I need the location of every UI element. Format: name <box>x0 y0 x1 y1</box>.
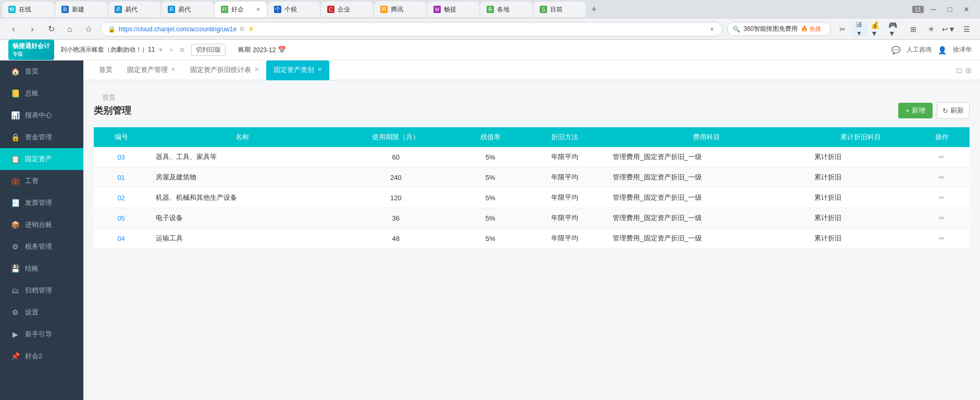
grid-icon[interactable]: ⊞ <box>906 22 921 37</box>
search-bar[interactable]: 🔍 360智能抠图免费用 🔥 热搜 <box>727 22 831 36</box>
browser-tab-enterprise[interactable]: C 企业 <box>321 2 373 17</box>
new-tab-button[interactable]: + <box>587 2 601 17</box>
sidebar-item-ledger[interactable]: 📒 总账 <box>0 82 83 104</box>
tab-label-changt: 畅提 <box>444 5 456 14</box>
sidebar-item-fixed-assets[interactable]: 📋 固定资产 <box>0 148 83 170</box>
sidebar-item-closing[interactable]: 💾 结账 <box>0 258 83 280</box>
window-close-btn[interactable]: ✕ <box>959 2 974 17</box>
tab-icon-yi2: 易 <box>168 6 175 13</box>
bookmark-button[interactable]: ☆ <box>81 22 96 37</box>
tab-count-badge: 11 <box>912 6 924 13</box>
tab-icon-zaixin: 畅 <box>8 6 16 13</box>
browser-tab-changt[interactable]: M 畅提 <box>427 2 479 17</box>
browser-tab-muqian[interactable]: S 目前 <box>534 2 586 17</box>
window-maximize-btn[interactable]: □ <box>942 2 957 17</box>
page-expand-icon[interactable]: ⊞ <box>965 66 972 75</box>
sidebar-item-tax[interactable]: ⚙ 税务管理 <box>0 236 83 258</box>
period-selector[interactable]: 账期 2023-12 📅 <box>238 45 286 54</box>
edit-icon[interactable]: ✏ <box>939 234 945 243</box>
tab-category[interactable]: 固定资产类别 ✕ <box>266 60 329 80</box>
cell-residual: 5% <box>456 228 525 249</box>
search-hint-text: 360智能抠图免费用 <box>743 25 798 33</box>
sidebar-item-good2[interactable]: 📌 好会2 <box>0 345 83 367</box>
period-label: 账期 <box>238 45 251 54</box>
reload-button[interactable]: ↻ <box>44 22 58 37</box>
sidebar-label-fixed-assets: 固定资产 <box>25 154 52 164</box>
back-button[interactable]: ‹ <box>6 22 21 37</box>
sidebar-label-tax: 税务管理 <box>25 242 52 251</box>
cell-action: ✏ <box>915 188 970 208</box>
url-dropdown-icon[interactable]: ▼ <box>709 26 715 32</box>
content-area: 首页 固定资产管理 ✕ 固定资产折旧统计表 ✕ 固定资产类别 ✕ ⊡ ⊞ <box>83 60 980 400</box>
consult-label[interactable]: 人工咨询 <box>907 45 932 54</box>
sidebar-item-salary[interactable]: 💼 工资 <box>0 170 83 192</box>
page-title-bar: 类别管理 + 新增 ↻ 刷新 <box>94 102 970 119</box>
add-button[interactable]: + 新增 <box>898 103 933 118</box>
browser-tab-tencent[interactable]: 腾 腾讯 <box>374 2 426 17</box>
edit-icon[interactable]: ✏ <box>939 173 945 181</box>
tab-home[interactable]: 首页 <box>92 60 120 80</box>
page-restore-icon[interactable]: ⊡ <box>956 66 962 75</box>
sidebar-item-guide[interactable]: ▶ 新手引导 <box>0 323 83 345</box>
tab-home-label: 首页 <box>99 65 113 75</box>
forward-button[interactable]: › <box>25 22 40 37</box>
page-tabs: 首页 固定资产管理 ✕ 固定资产折旧统计表 ✕ 固定资产类别 ✕ ⊡ ⊞ <box>83 60 980 80</box>
refresh-button[interactable]: ↻ 刷新 <box>937 102 970 119</box>
brightness-icon[interactable]: ☀ <box>924 22 938 37</box>
settings-gear-icon[interactable]: ⚙ <box>179 46 185 54</box>
tab-close-active[interactable]: ✕ <box>256 6 260 13</box>
sidebar-item-home[interactable]: 🏠 首页 <box>0 60 83 82</box>
switch-to-old-btn[interactable]: 切到旧版 <box>191 44 226 56</box>
tab-fixed-mgr[interactable]: 固定资产管理 ✕ <box>120 60 183 80</box>
menu-icon[interactable]: ☰ <box>959 22 974 37</box>
browser-tab-yi2[interactable]: 易 易代 <box>162 2 214 17</box>
cell-expense: 管理费用_固定资产折旧_一级 <box>605 228 807 249</box>
sidebar-item-settings[interactable]: ⚙ 设置 <box>0 301 83 323</box>
cut-icon[interactable]: ✂ <box>835 22 850 37</box>
company-dropdown-icon: ▼ <box>158 47 163 53</box>
add-company-btn[interactable]: + <box>169 46 173 54</box>
tab-icon-changt: M <box>433 6 441 13</box>
browser-tab-gedi[interactable]: 各 各地 <box>480 2 532 17</box>
company-selector[interactable]: 刘小艳演示账套（勿删勿动！）11 ▼ <box>60 45 163 54</box>
breadcrumb-home-link[interactable]: 首页 <box>102 93 116 102</box>
edit-icon[interactable]: ✏ <box>939 193 945 202</box>
cell-residual: 5% <box>456 188 525 208</box>
undo-icon[interactable]: ↩▼ <box>941 22 956 37</box>
tab-depreciation-close[interactable]: ✕ <box>254 66 259 73</box>
browser-tab-new[interactable]: 新 新建 <box>55 2 107 17</box>
translate-icon[interactable]: 译▼ <box>853 22 867 37</box>
tab-icon-tax: 个 <box>274 6 281 13</box>
cell-name: 运输工具 <box>148 228 336 249</box>
edit-icon[interactable]: ✏ <box>939 153 945 161</box>
tab-fixed-mgr-close[interactable]: ✕ <box>171 66 176 73</box>
browser-tab-yi1[interactable]: 易 易代 <box>108 2 160 17</box>
edit-icon[interactable]: ✏ <box>939 214 945 222</box>
sidebar-item-capital[interactable]: 🔒 资金管理 <box>0 126 83 148</box>
cell-expense: 管理费用_固定资产折旧_一级 <box>605 208 807 228</box>
browser-tab-active[interactable]: 好 好企 ✕ <box>215 2 267 17</box>
user-avatar: 👤 <box>938 46 947 54</box>
sidebar-item-archive[interactable]: 🗂 归档管理 <box>0 280 83 301</box>
url-input[interactable]: 🔒 https://cloud.chanjet.com/accounting/u… <box>100 22 723 37</box>
sidebar-label-reports: 报表中心 <box>25 111 52 120</box>
sidebar-item-invoice[interactable]: 🧾 发票管理 <box>0 192 83 214</box>
home-button[interactable]: ⌂ <box>63 22 77 37</box>
sidebar: 🏠 首页 📒 总账 📊 报表中心 🔒 资金管理 📋 固定资产 💼 工资 <box>0 60 83 400</box>
tab-label-zaixin: 在线 <box>19 5 31 14</box>
browser-toolbar: ✂ 译▼ 💰▼ 🎮▼ ⊞ ☀ ↩▼ ☰ <box>835 22 974 37</box>
app-header: 畅捷通好会计 专版 刘小艳演示账套（勿删勿动！）11 ▼ + ⚙ 切到旧版 账期… <box>0 40 980 60</box>
table-row: 02 机器、机械和其他生产设备 120 5% 年限平均 管理费用_固定资产折旧_… <box>94 188 970 208</box>
browser-tab-zaixin[interactable]: 畅 在线 <box>2 2 54 17</box>
cell-method: 年限平均 <box>524 228 605 249</box>
tab-label-active: 好企 <box>231 5 244 14</box>
sidebar-item-purchase-sales[interactable]: 📦 进销台账 <box>0 214 83 236</box>
sidebar-item-reports[interactable]: 📊 报表中心 <box>0 104 83 126</box>
browser-tab-tax[interactable]: 个 个税 <box>268 2 320 17</box>
game-icon[interactable]: 🎮▼ <box>888 22 903 37</box>
window-minimize-btn[interactable]: ─ <box>926 2 940 17</box>
cell-expense: 管理费用_固定资产折旧_一级 <box>605 167 807 188</box>
currency-icon[interactable]: 💰▼ <box>871 22 885 37</box>
tab-category-close[interactable]: ✕ <box>317 66 322 73</box>
tab-depreciation[interactable]: 固定资产折旧统计表 ✕ <box>183 60 266 80</box>
